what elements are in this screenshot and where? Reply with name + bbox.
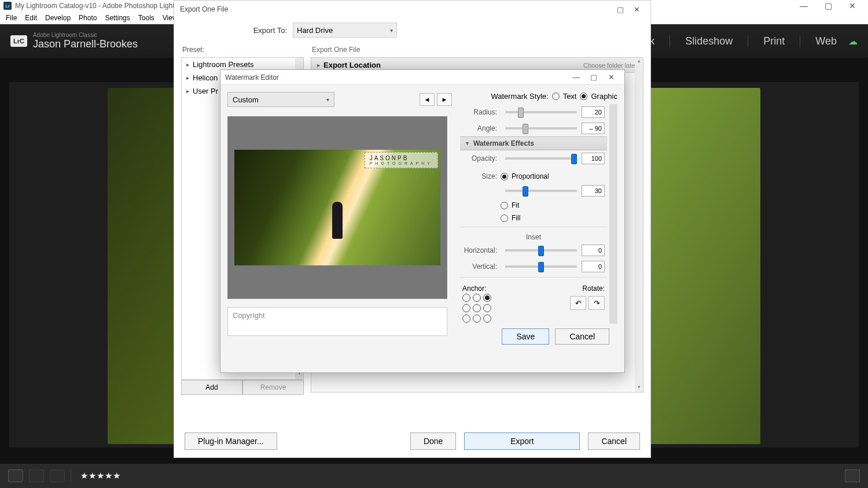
cloud-sync-icon[interactable]: ☁ [848,36,858,47]
wm-close-button[interactable]: ✕ [602,73,620,82]
angle-slider[interactable] [505,127,577,130]
scroll-up-icon[interactable]: ▴ [609,104,617,112]
watermark-effects-header[interactable]: ▼ Watermark Effects [460,136,607,150]
scroll-down-icon[interactable]: ▾ [609,316,617,324]
angle-input[interactable] [582,123,605,134]
app-title: My Lightroom Catalog-v10 - Adobe Photosh… [15,2,185,10]
preview-image[interactable]: JASONPB PHOTOGRAPHY [234,150,440,265]
done-button[interactable]: Done [410,432,456,450]
style-graphic-radio[interactable] [580,93,587,100]
os-maximize-button[interactable]: ▢ [816,1,840,10]
toolbar-menu-icon[interactable] [845,469,860,482]
preview-next-button[interactable]: ► [437,93,452,106]
radius-label: Radius: [462,108,501,116]
watermark-style-row: Watermark Style: Text Graphic [460,92,617,101]
preset-label: Preset: [181,42,304,57]
os-minimize-button[interactable]: — [792,1,816,10]
export-location-label: Export Location [323,61,381,69]
vertical-input[interactable] [582,261,605,272]
nav-slideshow[interactable]: Slideshow [685,35,733,47]
rotate-ccw-button[interactable]: ↶ [570,296,586,310]
watermark-save-button[interactable]: Save [502,328,549,345]
compare-icon[interactable] [29,469,44,482]
watermark-overlay[interactable]: JASONPB PHOTOGRAPHY [365,152,438,168]
watermark-preset-value: Custom [233,95,259,104]
watermark-text-main: JASONPB [370,155,433,161]
size-fill-label: Fill [512,214,520,222]
plugin-manager-button[interactable]: Plug-in Manager... [185,432,277,450]
export-to-row: Export To: Hard Drive ▾ [174,18,650,42]
scroll-thumb[interactable] [610,138,616,265]
export-cancel-button[interactable]: Cancel [588,432,640,450]
anchor-grid [462,294,492,324]
horizontal-slider[interactable] [505,249,577,252]
watermark-cancel-button[interactable]: Cancel [555,328,609,345]
export-to-select[interactable]: Hard Drive ▾ [293,23,397,38]
chevron-down-icon: ▾ [326,97,329,103]
export-close-button[interactable]: ✕ [628,5,645,14]
radius-input[interactable] [582,106,605,118]
style-text-radio[interactable] [552,93,560,100]
export-dialog-title: Export One File [180,5,228,13]
lrc-logo: LrC [10,35,27,47]
nav-web[interactable]: Web [815,35,837,47]
survey-icon[interactable] [50,469,65,482]
export-sub-header: Export One File [311,42,643,57]
watermark-preset-select[interactable]: Custom ▾ [227,92,334,107]
horizontal-input[interactable] [582,245,605,256]
anchor-bc[interactable] [473,315,481,323]
menu-photo[interactable]: Photo [75,13,100,23]
opacity-slider[interactable] [505,157,577,160]
anchor-mc[interactable] [473,304,481,312]
size-fill-radio[interactable] [501,215,508,222]
copyright-input[interactable]: Copyright [227,307,447,336]
chevron-right-icon: ▸ [317,62,320,68]
export-button[interactable]: Export [464,432,580,450]
anchor-br[interactable] [483,315,491,323]
menu-edit[interactable]: Edit [21,13,41,23]
opacity-input[interactable] [582,153,605,164]
controls-scrollbar[interactable]: ▴ ▾ [609,104,617,324]
watermark-titlebar: Watermark Editor — ▢ ✕ [220,70,624,85]
vertical-slider[interactable] [505,265,577,268]
size-fit-radio[interactable] [501,202,508,209]
size-input[interactable] [582,185,605,197]
export-footer: Plug-in Manager... Done Export Cancel [174,425,650,457]
anchor-ml[interactable] [462,304,470,312]
anchor-tr[interactable] [483,294,491,302]
rotate-label: Rotate: [582,284,605,293]
menu-file[interactable]: File [2,13,20,23]
size-proportional-radio[interactable] [501,173,508,180]
anchor-bl[interactable] [462,315,470,323]
chevron-down-icon: ▼ [465,141,470,146]
anchor-tc[interactable] [473,294,481,302]
preview-prev-button[interactable]: ◄ [420,93,435,106]
size-fit-label: Fit [512,201,519,209]
identity-plate[interactable]: Adobe Lightroom Classic Jason Parnell-Br… [33,32,138,50]
vertical-label: Vertical: [462,263,501,271]
sections-scrollbar[interactable]: ▴ ▾ [635,58,643,392]
nav-print[interactable]: Print [763,35,785,47]
horizontal-label: Horizontal: [462,246,501,254]
wm-maximize-button[interactable]: ▢ [585,73,602,82]
rotate-cw-button[interactable]: ↷ [589,296,605,310]
rating-stars[interactable]: ★★★★★ [80,471,121,481]
export-maximize-button[interactable]: ▢ [612,5,628,14]
menu-settings[interactable]: Settings [101,13,133,23]
radius-slider[interactable] [505,111,577,113]
person-silhouette [332,202,343,239]
anchor-mr[interactable] [483,304,491,312]
chevron-down-icon: ▾ [390,27,393,34]
preset-remove-button[interactable]: Remove [242,380,304,395]
os-close-button[interactable]: ✕ [840,1,865,10]
preset-add-button[interactable]: Add [181,380,242,395]
size-slider[interactable] [505,190,577,192]
chevron-right-icon: ▸ [186,61,189,68]
wm-minimize-button[interactable]: — [568,73,585,82]
menu-tools[interactable]: Tools [135,13,158,23]
menu-develop[interactable]: Develop [42,13,74,23]
angle-label: Angle: [462,124,501,132]
style-graphic-label: Graphic [591,92,617,101]
view-mode-icon[interactable] [8,469,23,482]
anchor-tl[interactable] [462,294,470,302]
